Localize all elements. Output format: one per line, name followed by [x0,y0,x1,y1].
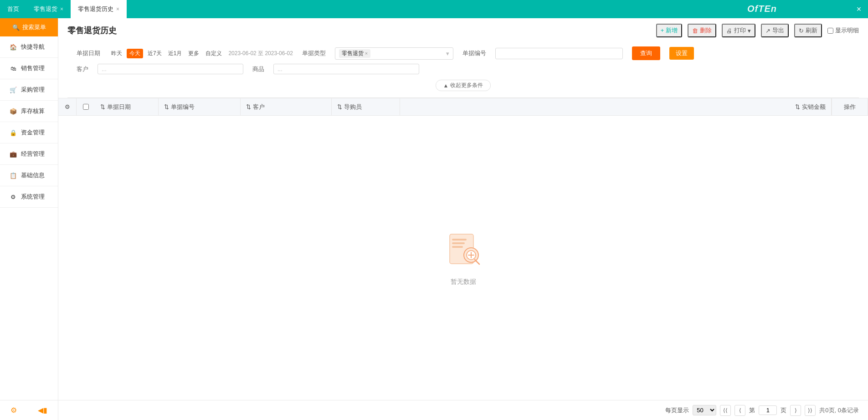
voucher-number-label: 单据编号 [462,49,486,57]
th-checkbox[interactable] [77,98,95,115]
show-detail-checkbox-label[interactable]: 显示明细 [827,26,859,35]
toolbar: + 新增 🗑 删除 🖨 打印 ▾ ↗ 导出 ↻ [656,24,859,37]
table-icon: 📋 [9,171,17,179]
date-btn-1month[interactable]: 近1月 [166,49,184,58]
sidebar-bottom: ⚙ ◀▮ [0,400,58,420]
date-filter-group: 昨天 今天 近7天 近1月 更多 自定义 2023-06-02 至 2023-0… [109,49,293,58]
pagination: 每页显示 10 20 50 100 ⟨⟨ ⟨ 第 页 ⟩ ⟩⟩ 共0页, 0条记… [58,400,868,420]
date-btn-today[interactable]: 今天 [127,49,143,58]
date-btn-custom[interactable]: 自定义 [204,49,224,58]
print-icon: 🖨 [726,27,732,34]
page-number-input[interactable] [759,405,777,415]
page-title-row: 零售退货历史 + 新增 🗑 删除 🖨 打印 ▾ ↗ 导出 [67,24,859,37]
show-detail-label: 显示明细 [835,26,859,35]
voucher-type-dropdown-icon: ▾ [446,50,449,57]
refresh-button[interactable]: ↻ 刷新 [794,24,822,37]
top-bar: 首页零售退货×零售退货历史× OfTEn × [0,0,868,18]
next-page-button[interactable]: ⟩ [790,405,801,416]
th-guide[interactable]: ⇅ 导购员 [332,98,400,115]
shopping-icon: 🛍 [9,64,17,72]
th-settings[interactable]: ⚙ [58,98,77,115]
th-operation: 操作 [832,98,868,115]
sidebar-item-finance[interactable]: 🔒 资金管理 [0,122,58,143]
new-button[interactable]: + 新增 [656,24,682,37]
date-btn-yesterday[interactable]: 昨天 [109,49,124,58]
window-close-button[interactable]: × [850,0,868,18]
prev-page-button[interactable]: ⟨ [734,405,745,416]
tab-label: 零售退货历史 [78,5,113,13]
sidebar-search-button[interactable]: 🔍 搜索菜单 [0,18,58,36]
sidebar-item-label: 销售管理 [21,64,45,72]
print-dropdown-icon: ▾ [748,27,751,34]
tab-list: 首页零售退货×零售退货历史× [0,0,850,18]
th-guide-sort-icon: ⇅ [337,103,342,110]
tab-close-retail-return[interactable]: × [60,6,63,12]
sidebar-item-label: 采购管理 [21,86,45,94]
tab-retail-return[interactable]: 零售退货× [26,0,71,18]
empty-state: 暂无数据 [58,116,868,400]
th-amount-sort-icon: ⇅ [795,103,800,110]
voucher-type-select[interactable]: 零售退货 × ▾ [335,47,453,60]
settings-button[interactable]: 设置 [669,47,694,60]
voucher-type-tag-close[interactable]: × [365,51,368,56]
sidebar-item-label: 经营管理 [21,150,45,158]
collapse-arrow-icon: ▲ [443,82,449,89]
customer-select[interactable]: ... [98,64,243,74]
sidebar-search-label: 搜索菜单 [22,23,46,31]
home-icon: 🏠 [9,43,17,51]
voucher-number-input[interactable] [495,48,623,59]
sidebar-item-label: 系统管理 [21,193,45,201]
show-detail-checkbox[interactable] [827,28,833,34]
th-date[interactable]: ⇅ 单据日期 [95,98,159,115]
sidebar-item-purchase-mgmt[interactable]: 🛒 采购管理 [0,79,58,101]
sidebar-item-sales-mgmt[interactable]: 🛍 销售管理 [0,58,58,79]
content-area: 零售退货历史 + 新增 🗑 删除 🖨 打印 ▾ ↗ 导出 [58,18,868,420]
page-label: 第 [749,406,755,415]
customer-placeholder: ... [102,66,107,72]
delete-button[interactable]: 🗑 删除 [688,24,716,37]
settings-icon[interactable]: ⚙ [10,406,17,415]
sidebar-item-system[interactable]: ⚙ 系统管理 [0,186,58,208]
cart-icon: 🛒 [9,86,17,94]
sidebar-item-basic-info[interactable]: 📋 基础信息 [0,165,58,186]
page-title: 零售退货历史 [67,25,117,36]
sidebar-item-label: 快捷导航 [21,43,45,51]
per-page-label: 每页显示 [665,406,689,415]
filter-row-1: 单据日期 昨天 今天 近7天 近1月 更多 自定义 2023-06-02 至 2… [77,46,850,60]
tab-close-retail-return-history[interactable]: × [116,6,119,12]
sidebar-item-quick-nav[interactable]: 🏠 快捷导航 [0,36,58,58]
date-btn-7days[interactable]: 近7天 [146,49,164,58]
sidebar-item-operations[interactable]: 💼 经营管理 [0,143,58,165]
th-customer[interactable]: ⇅ 客户 [241,98,332,115]
sidebar-item-inventory[interactable]: 📦 库存核算 [0,101,58,122]
table-container: ⚙ ⇅ 单据日期 ⇅ 单据编号 ⇅ 客户 ⇅ [58,98,868,420]
empty-text: 暂无数据 [451,278,476,286]
print-button[interactable]: 🖨 打印 ▾ [722,24,755,37]
collapse-row: ▲ 收起更多条件 [77,78,850,93]
first-page-button[interactable]: ⟨⟨ [720,405,731,416]
warehouse-icon: 📦 [9,107,17,115]
voucher-type-label: 单据类型 [302,49,326,57]
select-all-checkbox[interactable] [83,104,89,110]
tab-retail-return-history[interactable]: 零售退货历史× [71,0,127,18]
per-page-select[interactable]: 10 20 50 100 [693,405,716,415]
audio-icon[interactable]: ◀▮ [38,406,47,415]
th-amount[interactable]: ⇅ 实销金额 [400,98,832,115]
sidebar-menu: 🏠 快捷导航 🛍 销售管理 🛒 采购管理 📦 库存核算 🔒 资金管理 💼 经营管… [0,36,58,400]
empty-illustration [443,230,484,271]
briefcase-icon: 💼 [9,150,17,158]
goods-placeholder: ... [277,66,282,72]
query-button[interactable]: 查询 [632,46,660,60]
tab-home[interactable]: 首页 [0,0,26,18]
th-number[interactable]: ⇅ 单据编号 [159,98,241,115]
sidebar-item-label: 基础信息 [21,171,45,179]
sidebar-item-label: 资金管理 [21,128,45,137]
export-button[interactable]: ↗ 导出 [761,24,789,37]
last-page-button[interactable]: ⟩⟩ [805,405,816,416]
refresh-icon: ↻ [799,27,804,34]
column-settings-icon: ⚙ [65,103,70,110]
date-btn-more[interactable]: 更多 [186,49,201,58]
export-icon: ↗ [765,27,770,34]
collapse-button[interactable]: ▲ 收起更多条件 [436,80,491,91]
goods-select[interactable]: ... [273,64,419,74]
